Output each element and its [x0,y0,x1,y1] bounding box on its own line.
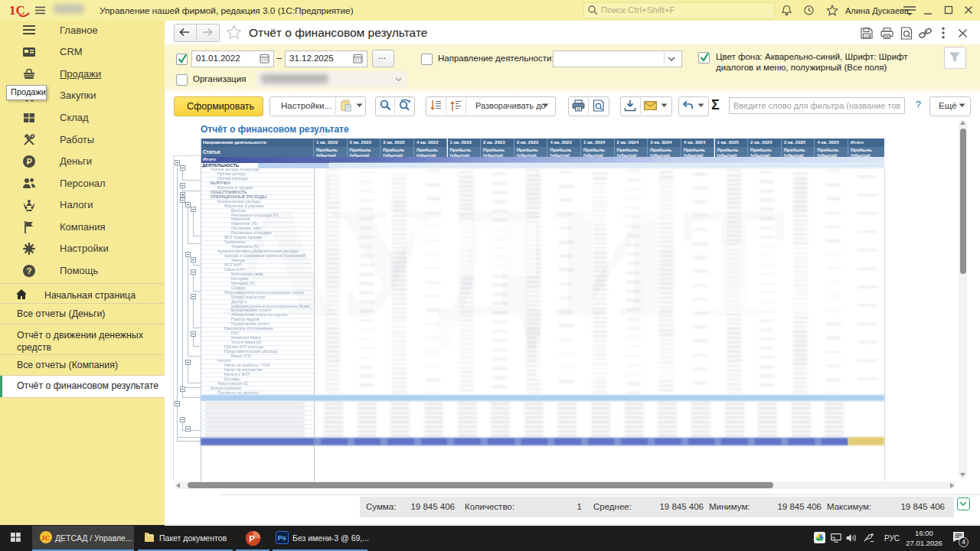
svg-text:Ps: Ps [278,534,286,542]
svg-text:xml: xml [864,34,870,38]
svg-text:1С: 1С [9,3,25,18]
svg-text:1С: 1С [42,534,50,542]
svg-text:P: P [249,534,254,543]
svg-text:P: P [27,157,32,166]
svg-text:?: ? [27,266,32,276]
